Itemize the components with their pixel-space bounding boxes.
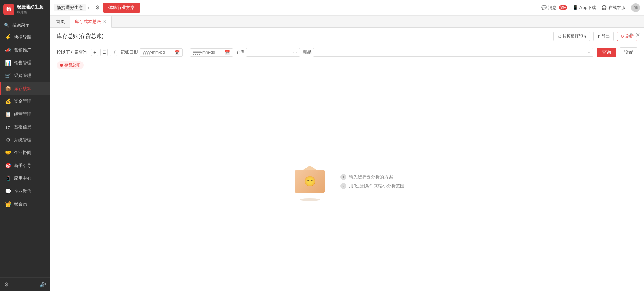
warehouse-field-label: 仓库 xyxy=(236,49,245,55)
sidebar-item-newbie[interactable]: 🎯 新手引导 xyxy=(0,159,50,172)
sidebar-navigation: ⚡ 快捷导航 📣 营销推广 📊 销售管理 🛒 采购管理 📦 库存核算 💰 资金管… xyxy=(0,31,50,277)
system-icon: ⚙ xyxy=(5,137,11,143)
date-separator: — xyxy=(184,50,189,55)
scheme-item-inventory[interactable]: 存货总账 xyxy=(57,61,84,69)
marketing-icon: 📣 xyxy=(5,47,11,53)
sidebar-item-sales[interactable]: 📊 销售管理 xyxy=(0,56,50,69)
refresh-icon: ↻ xyxy=(621,34,624,39)
service-icon: 🎧 xyxy=(601,5,607,10)
appstore-icon: 📱 xyxy=(5,175,11,181)
filter-bar: 按以下方案查询 + ☰ 《 记账日期 📅 — 📅 xyxy=(50,44,644,61)
scheme-dot-icon xyxy=(60,64,63,67)
date-to-input[interactable] xyxy=(193,50,223,55)
empty-box-icon: 😶 xyxy=(295,170,325,193)
tab-home[interactable]: 首页 xyxy=(51,16,70,28)
date-field-label: 记账日期 xyxy=(121,49,138,55)
enterprise-icon: 🤝 xyxy=(5,150,11,156)
goods-filter-group: 商品 ··· xyxy=(303,48,593,57)
empty-tips: 1 请先选择要分析的方案 2 用[过滤]条件来缩小分析范围 xyxy=(340,174,404,189)
goods-select[interactable]: ··· xyxy=(313,48,593,57)
print-dropdown-icon[interactable]: ▾ xyxy=(584,34,586,39)
panel-close-icon[interactable]: ✕ xyxy=(636,32,640,38)
finance-icon: 💰 xyxy=(5,98,11,104)
filter-add-button[interactable]: + xyxy=(91,49,98,56)
page-actions: 🖨 按模板打印 ▾ ⬆ 导出 ↻ 刷新 xyxy=(553,32,637,41)
sidebar-item-quick-nav[interactable]: ⚡ 快捷导航 xyxy=(0,31,50,44)
app-download-button[interactable]: 📱 App下载 xyxy=(573,5,596,11)
inventory-icon: 📦 xyxy=(5,86,11,92)
query-button[interactable]: 查询 xyxy=(597,48,616,57)
industry-solution-button[interactable]: 体验行业方案 xyxy=(103,3,140,13)
operations-icon: 📋 xyxy=(5,111,11,117)
phone-icon: 📱 xyxy=(573,5,578,10)
sidebar-item-wechat[interactable]: 💬 企业微信 xyxy=(0,185,50,198)
message-badge: 99+ xyxy=(559,5,567,10)
empty-state: 😶 1 请先选择要分析的方案 2 用[过滤]条件来缩小分析范围 xyxy=(50,72,644,291)
wechat-icon: 💬 xyxy=(5,188,11,194)
sidebar-item-purchase[interactable]: 🛒 采购管理 xyxy=(0,69,50,82)
sidebar-item-enterprise[interactable]: 🤝 企业协同 xyxy=(0,146,50,159)
print-button[interactable]: 🖨 按模板打印 ▾ xyxy=(553,32,590,41)
sidebar-item-inventory[interactable]: 📦 库存核算 xyxy=(0,82,50,95)
sidebar-item-operations[interactable]: 📋 经营管理 xyxy=(0,108,50,121)
sidebar: 畅 畅捷通好生意 标准版 🔍 搜索菜单 ⚡ 快捷导航 📣 营销推广 📊 销售管理… xyxy=(0,0,50,291)
filter-manage-button[interactable]: ☰ xyxy=(100,49,108,56)
page-header: 库存总账(存货总账) 🖨 按模板打印 ▾ ⬆ 导出 ↻ 刷新 xyxy=(50,28,644,44)
sidebar-item-system[interactable]: ⚙ 系统管理 xyxy=(0,134,50,146)
sidebar-item-appstore[interactable]: 📱 应用中心 xyxy=(0,172,50,185)
audio-icon[interactable]: 🔊 xyxy=(39,281,46,288)
warehouse-filter-group: 仓库 ··· xyxy=(236,48,300,57)
company-name-display[interactable]: 畅捷通好生意 xyxy=(54,4,86,11)
main-content: 畅捷通好生意 ▾ ⚙ 体验行业方案 💬 消息 99+ 📱 App下载 🎧 在线客… xyxy=(50,0,644,291)
warehouse-more-icon[interactable]: ··· xyxy=(293,50,297,55)
sidebar-item-basic[interactable]: 🗂 基础信息 xyxy=(0,121,50,134)
empty-illustration: 😶 xyxy=(290,161,330,202)
dropdown-arrow-icon[interactable]: ▾ xyxy=(87,5,90,10)
sidebar-item-member[interactable]: 👑 畅会员 xyxy=(0,198,50,211)
member-icon: 👑 xyxy=(5,201,11,207)
refresh-button[interactable]: ↻ 刷新 xyxy=(617,32,637,41)
app-logo-icon: 畅 xyxy=(3,4,14,15)
empty-shadow xyxy=(300,198,320,201)
sidebar-bottom: ⚙ 🔊 xyxy=(0,277,50,291)
scheme-bar: 存货总账 xyxy=(50,61,644,72)
warehouse-select[interactable]: ··· xyxy=(246,48,300,57)
calendar-from-icon[interactable]: 📅 xyxy=(174,50,180,55)
goods-more-icon[interactable]: ··· xyxy=(586,50,590,55)
settings-bottom-icon[interactable]: ⚙ xyxy=(4,281,9,288)
online-service-button[interactable]: 🎧 在线客服 xyxy=(601,5,626,11)
user-avatar[interactable]: Rit xyxy=(631,3,640,12)
calendar-to-icon[interactable]: 📅 xyxy=(225,50,230,55)
topbar-settings-icon[interactable]: ⚙ xyxy=(95,4,100,11)
date-from-input-wrap: 📅 xyxy=(140,48,183,57)
date-filter-group: 记账日期 📅 — 📅 xyxy=(121,48,233,57)
topbar: 畅捷通好生意 ▾ ⚙ 体验行业方案 💬 消息 99+ 📱 App下载 🎧 在线客… xyxy=(50,0,644,16)
panel-expand-icon[interactable]: ⤢ xyxy=(628,32,633,38)
tab-close-icon[interactable]: ✕ xyxy=(103,19,106,24)
tabs-bar: 首页 库存成本总账 ✕ xyxy=(50,16,644,28)
print-icon: 🖨 xyxy=(557,34,561,39)
page-title: 库存总账(存货总账) xyxy=(57,33,104,40)
messages-button[interactable]: 💬 消息 99+ xyxy=(541,5,567,11)
export-icon: ⬆ xyxy=(597,34,600,39)
filter-settings-button[interactable]: 设置 xyxy=(620,47,637,57)
empty-tip-1: 1 请先选择要分析的方案 xyxy=(340,174,404,180)
sidebar-search[interactable]: 🔍 搜索菜单 xyxy=(0,19,50,31)
sidebar-item-finance[interactable]: 💰 资金管理 xyxy=(0,95,50,108)
tip-number-2: 2 xyxy=(340,183,346,189)
date-from-input[interactable] xyxy=(143,50,173,55)
purchase-icon: 🛒 xyxy=(5,73,11,79)
tab-inventory-ledger[interactable]: 库存成本总账 ✕ xyxy=(70,16,112,28)
page-area: 库存总账(存货总账) 🖨 按模板打印 ▾ ⬆ 导出 ↻ 刷新 按以下方案查询 xyxy=(50,28,644,291)
export-button[interactable]: ⬆ 导出 xyxy=(593,32,614,41)
filter-row: 记账日期 📅 — 📅 仓库 ··· xyxy=(121,48,593,57)
filter-actions: + ☰ 《 xyxy=(91,49,117,56)
date-to-input-wrap: 📅 xyxy=(190,48,233,57)
message-icon: 💬 xyxy=(541,5,547,10)
filter-label: 按以下方案查询 xyxy=(57,49,88,55)
sidebar-item-marketing[interactable]: 📣 营销推广 xyxy=(0,44,50,56)
goods-field-label: 商品 xyxy=(303,49,312,55)
app-logo-text: 畅捷通好生意 标准版 xyxy=(17,4,43,15)
search-icon: 🔍 xyxy=(4,23,9,28)
filter-collapse-button[interactable]: 《 xyxy=(110,49,117,56)
